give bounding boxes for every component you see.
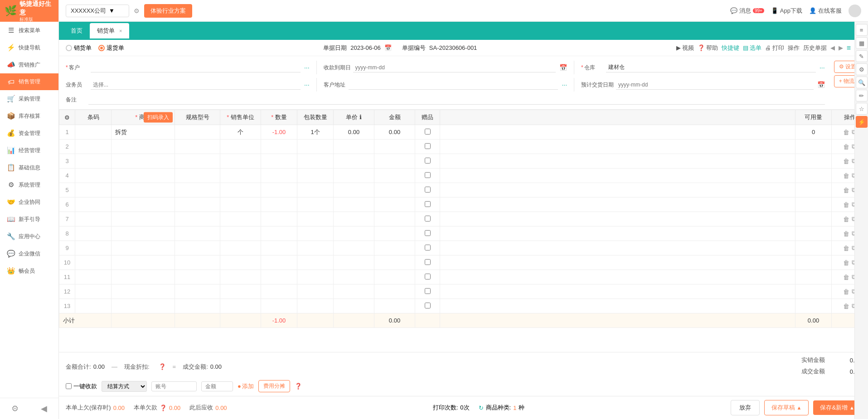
sidebar-item-sales[interactable]: 🏷 销售管理 (0, 73, 58, 90)
row-unit[interactable]: 个 (220, 125, 261, 140)
right-panel-btn-6[interactable]: ✏ (856, 90, 868, 101)
row-amount[interactable] (374, 241, 415, 255)
row-unit[interactable] (220, 226, 261, 241)
calendar-icon[interactable]: 📅 (384, 44, 392, 51)
settle-method-select[interactable]: 结算方式 (102, 381, 147, 392)
row-goods[interactable] (112, 284, 175, 299)
row-delete-btn[interactable]: 🗑 (843, 128, 849, 136)
row-amount[interactable] (374, 140, 415, 154)
row-unit[interactable] (220, 270, 261, 284)
row-qty[interactable] (261, 226, 297, 241)
row-qty[interactable] (261, 270, 297, 284)
row-spec[interactable] (175, 226, 220, 241)
row-barcode[interactable] (75, 169, 112, 183)
row-goods[interactable] (112, 154, 175, 169)
sidebar-item-wechat[interactable]: 💬 企业微信 (0, 245, 58, 262)
row-price[interactable] (334, 140, 374, 154)
row-delete-btn[interactable]: 🗑 (843, 143, 849, 150)
row-amount[interactable]: 0.00 (374, 125, 415, 140)
row-unit[interactable] (220, 299, 261, 313)
sidebar-item-inventory[interactable]: 📦 库存核算 (0, 107, 58, 125)
row-pkg[interactable] (297, 183, 334, 197)
row-qty[interactable] (261, 183, 297, 197)
row-amount[interactable] (374, 212, 415, 226)
discard-btn[interactable]: 放弃 (731, 400, 760, 415)
row-spec[interactable] (175, 255, 220, 270)
print-btn[interactable]: 🖨 打印 (765, 44, 784, 52)
row-gift[interactable] (415, 154, 440, 169)
row-pkg[interactable] (297, 140, 334, 154)
row-spec[interactable] (175, 299, 220, 313)
row-qty[interactable] (261, 140, 297, 154)
date-value[interactable]: 2023-06-06 (350, 44, 381, 51)
row-qty[interactable]: -1.00 (261, 125, 297, 140)
app-download-action[interactable]: 📱 App下载 (771, 7, 802, 15)
row-price[interactable] (334, 255, 374, 270)
sidebar-item-system[interactable]: ⚙ 系统管理 (0, 176, 58, 193)
row-pkg[interactable]: 1个 (297, 125, 334, 140)
row-pkg[interactable] (297, 241, 334, 255)
scan-btn[interactable]: 扫码录入 (144, 112, 173, 123)
row-pkg[interactable] (297, 270, 334, 284)
settings-icon[interactable]: ⚙ (134, 7, 140, 14)
customer-dots[interactable]: ··· (304, 64, 310, 71)
refresh-icon[interactable]: ↻ (479, 405, 484, 411)
sidebar-item-basic[interactable]: 📋 基础信息 (0, 159, 58, 176)
tab-close-icon[interactable]: × (119, 28, 122, 34)
row-gift[interactable] (415, 284, 440, 299)
shortcut-btn[interactable]: 快捷键 (722, 44, 739, 52)
row-delete-btn[interactable]: 🗑 (843, 244, 849, 252)
row-delete-btn[interactable]: 🗑 (843, 230, 849, 237)
customer-addr-input[interactable] (349, 80, 558, 90)
right-panel-btn-1[interactable]: ≡ (856, 24, 868, 36)
ops-btn[interactable]: 操作 (788, 44, 800, 52)
sidebar-settings-btn[interactable]: ⚙ (10, 402, 20, 415)
one-click-payment-checkbox[interactable]: 一键收款 (66, 382, 97, 390)
discount-help-icon[interactable]: ❓ (159, 363, 166, 370)
row-price[interactable] (334, 226, 374, 241)
row-pkg[interactable] (297, 299, 334, 313)
sidebar-item-search[interactable]: ☰ 搜索菜单 (0, 22, 58, 39)
sidebar-item-marketing[interactable]: 📣 营销推广 (0, 56, 58, 73)
radio-sale[interactable]: 销货单 (66, 44, 92, 52)
row-spec[interactable] (175, 284, 220, 299)
salesperson-input[interactable] (91, 80, 301, 90)
row-unit[interactable] (220, 183, 261, 197)
right-panel-btn-4[interactable]: ⚙ (856, 63, 868, 75)
fee-help-icon[interactable]: ❓ (295, 383, 302, 390)
row-pkg[interactable] (297, 284, 334, 299)
account-input[interactable] (151, 381, 197, 391)
row-qty[interactable] (261, 169, 297, 183)
row-gift[interactable] (415, 197, 440, 212)
row-unit[interactable] (220, 169, 261, 183)
note-input[interactable] (88, 95, 825, 105)
row-gift[interactable] (415, 270, 440, 284)
row-unit[interactable] (220, 241, 261, 255)
row-amount[interactable] (374, 226, 415, 241)
one-click-checkbox[interactable] (66, 383, 72, 389)
expected-date-input[interactable] (616, 80, 814, 90)
row-spec[interactable] (175, 169, 220, 183)
row-goods[interactable] (112, 226, 175, 241)
row-gift[interactable] (415, 226, 440, 241)
row-price[interactable] (334, 183, 374, 197)
row-price[interactable] (334, 284, 374, 299)
warehouse-input[interactable] (606, 63, 816, 72)
row-barcode[interactable] (75, 241, 112, 255)
sidebar-item-ops[interactable]: 📊 经营管理 (0, 142, 58, 159)
row-unit[interactable] (220, 255, 261, 270)
select-btn[interactable]: ▤ 选单 (743, 44, 761, 52)
row-spec[interactable] (175, 183, 220, 197)
row-barcode[interactable] (75, 154, 112, 169)
nav-prev-icon[interactable]: ◀ (830, 44, 835, 51)
row-price[interactable] (334, 299, 374, 313)
row-unit[interactable] (220, 154, 261, 169)
row-gift[interactable] (415, 241, 440, 255)
row-price[interactable] (334, 270, 374, 284)
row-amount[interactable] (374, 255, 415, 270)
trial-button[interactable]: 体验行业方案 (144, 4, 192, 18)
row-goods[interactable] (112, 169, 175, 183)
right-panel-btn-8[interactable]: ⚡ (856, 116, 868, 128)
row-delete-btn[interactable]: 🗑 (843, 172, 849, 179)
row-qty[interactable] (261, 154, 297, 169)
